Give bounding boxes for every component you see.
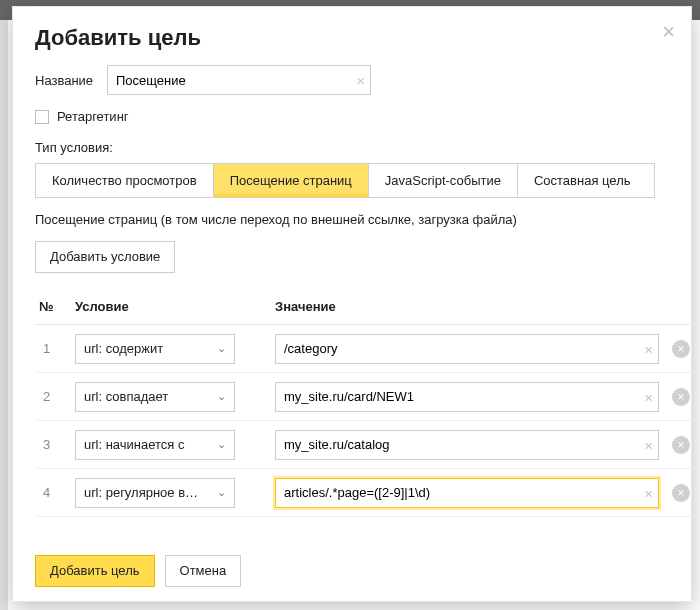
tab-views-count[interactable]: Количество просмотров	[36, 164, 214, 197]
value-input[interactable]	[275, 334, 659, 364]
th-cond: Условие	[75, 299, 275, 314]
row-number: 4	[35, 485, 75, 500]
retargeting-row: Ретаргетинг	[35, 109, 669, 124]
table-row: 4 url: регулярное вы... ⌄ × ×	[35, 469, 695, 517]
conditions-table: № Условие Значение 1 url: содержит ⌄ × ×	[35, 293, 695, 517]
row-number: 3	[35, 437, 75, 452]
row-number: 2	[35, 389, 75, 404]
name-row: Название ×	[35, 65, 669, 95]
th-num: №	[35, 299, 75, 314]
delete-row-icon[interactable]: ×	[672, 388, 690, 406]
table-row: 2 url: совпадает ⌄ × ×	[35, 373, 695, 421]
delete-row-icon[interactable]: ×	[672, 484, 690, 502]
delete-row-icon[interactable]: ×	[672, 340, 690, 358]
name-input[interactable]	[107, 65, 371, 95]
submit-button[interactable]: Добавить цель	[35, 555, 155, 587]
condition-select[interactable]: url: регулярное вы... ⌄	[75, 478, 235, 508]
name-label: Название	[35, 73, 107, 88]
condition-select-value: url: содержит	[84, 341, 163, 356]
add-condition-button[interactable]: Добавить условие	[35, 241, 175, 273]
value-input[interactable]	[275, 478, 659, 508]
table-row: 1 url: содержит ⌄ × ×	[35, 325, 695, 373]
condition-select[interactable]: url: начинается с ⌄	[75, 430, 235, 460]
clear-value-icon[interactable]: ×	[644, 341, 653, 356]
clear-name-icon[interactable]: ×	[356, 73, 365, 88]
retargeting-label: Ретаргетинг	[57, 109, 129, 124]
tab-composite[interactable]: Составная цель	[518, 164, 647, 197]
condition-select-value: url: регулярное вы...	[84, 485, 204, 500]
add-goal-modal: × Добавить цель Название × Ретаргетинг Т…	[12, 6, 692, 602]
table-header: № Условие Значение	[35, 293, 695, 325]
condition-select-value: url: начинается с	[84, 437, 185, 452]
cancel-button[interactable]: Отмена	[165, 555, 242, 587]
row-number: 1	[35, 341, 75, 356]
condition-hint: Посещение страниц (в том числе переход п…	[35, 212, 669, 227]
modal-title: Добавить цель	[35, 25, 669, 51]
condition-select[interactable]: url: совпадает ⌄	[75, 382, 235, 412]
retargeting-checkbox[interactable]	[35, 110, 49, 124]
value-input[interactable]	[275, 430, 659, 460]
clear-value-icon[interactable]: ×	[644, 389, 653, 404]
delete-row-icon[interactable]: ×	[672, 436, 690, 454]
clear-value-icon[interactable]: ×	[644, 437, 653, 452]
close-icon[interactable]: ×	[662, 21, 675, 43]
th-val: Значение	[275, 299, 667, 314]
chevron-down-icon: ⌄	[217, 390, 226, 403]
condition-select-value: url: совпадает	[84, 389, 168, 404]
chevron-down-icon: ⌄	[217, 486, 226, 499]
chevron-down-icon: ⌄	[217, 342, 226, 355]
tab-page-visit[interactable]: Посещение страниц	[214, 164, 369, 197]
modal-footer: Добавить цель Отмена	[35, 555, 241, 587]
condition-select[interactable]: url: содержит ⌄	[75, 334, 235, 364]
condition-type-caption: Тип условия:	[35, 140, 669, 155]
clear-value-icon[interactable]: ×	[644, 485, 653, 500]
value-input[interactable]	[275, 382, 659, 412]
condition-type-tabs: Количество просмотров Посещение страниц …	[35, 163, 655, 198]
chevron-down-icon: ⌄	[217, 438, 226, 451]
table-row: 3 url: начинается с ⌄ × ×	[35, 421, 695, 469]
tab-js-event[interactable]: JavaScript-событие	[369, 164, 518, 197]
